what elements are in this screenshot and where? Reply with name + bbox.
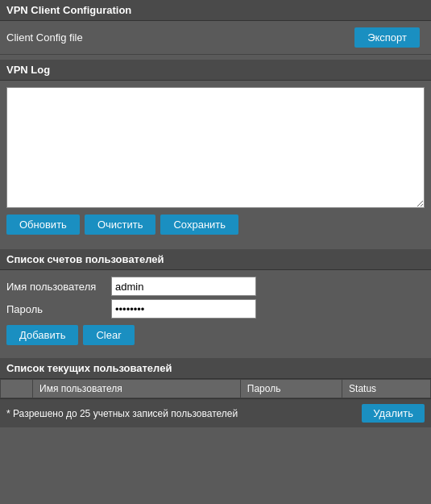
clear-user-button[interactable]: Clear: [83, 325, 134, 345]
vpn-config-title: VPN Client Configuration: [0, 0, 431, 21]
col-username: Имя пользователя: [33, 380, 241, 398]
username-row: Имя пользователя: [6, 277, 425, 296]
col-check: [1, 380, 33, 398]
current-users-title: Список текущих пользователей: [0, 358, 431, 379]
vpn-log-inner: Обновить Очистить Сохранить: [0, 81, 431, 241]
add-user-button[interactable]: Добавить: [6, 325, 78, 345]
user-accounts-title: Список счетов пользователей: [0, 249, 431, 270]
password-label: Пароль: [6, 303, 111, 315]
page-wrapper: VPN Client Configuration Client Config f…: [0, 0, 431, 427]
table-header-row: Имя пользователя Пароль Status: [1, 380, 431, 398]
col-status: Status: [342, 380, 431, 398]
separator-3: [0, 350, 431, 355]
vpn-log-buttons: Обновить Очистить Сохранить: [6, 215, 425, 235]
export-button[interactable]: Экспорт: [354, 27, 420, 48]
vpn-log-title: VPN Log: [0, 60, 431, 81]
vpn-config-row: Client Config file Экспорт: [0, 21, 431, 55]
password-row: Пароль: [6, 299, 425, 319]
password-input[interactable]: [111, 299, 256, 319]
clear-log-button[interactable]: Очистить: [85, 215, 156, 235]
user-accounts-section: Список счетов пользователей Имя пользова…: [0, 249, 431, 350]
user-accounts-inner: Имя пользователя Пароль Добавить Clear: [0, 270, 431, 350]
current-users-footer: * Разрешено до 25 учетных записей пользо…: [0, 398, 431, 427]
username-input[interactable]: [111, 277, 256, 296]
col-password: Пароль: [240, 380, 342, 398]
user-account-buttons: Добавить Clear: [6, 325, 425, 345]
vpn-log-textarea[interactable]: [6, 87, 425, 208]
save-button[interactable]: Сохранить: [160, 215, 238, 235]
vpn-config-section: VPN Client Configuration Client Config f…: [0, 0, 431, 55]
footer-note: * Разрешено до 25 учетных записей пользо…: [6, 408, 238, 419]
current-users-table: Имя пользователя Пароль Status: [0, 379, 431, 398]
vpn-log-section: VPN Log Обновить Очистить Сохранить: [0, 60, 431, 241]
username-label: Имя пользователя: [6, 281, 111, 293]
delete-button[interactable]: Удалить: [362, 404, 425, 423]
separator-2: [0, 241, 431, 246]
client-config-label: Client Config file: [6, 31, 354, 44]
current-users-section: Список текущих пользователей Имя пользов…: [0, 358, 431, 427]
refresh-button[interactable]: Обновить: [6, 215, 80, 235]
